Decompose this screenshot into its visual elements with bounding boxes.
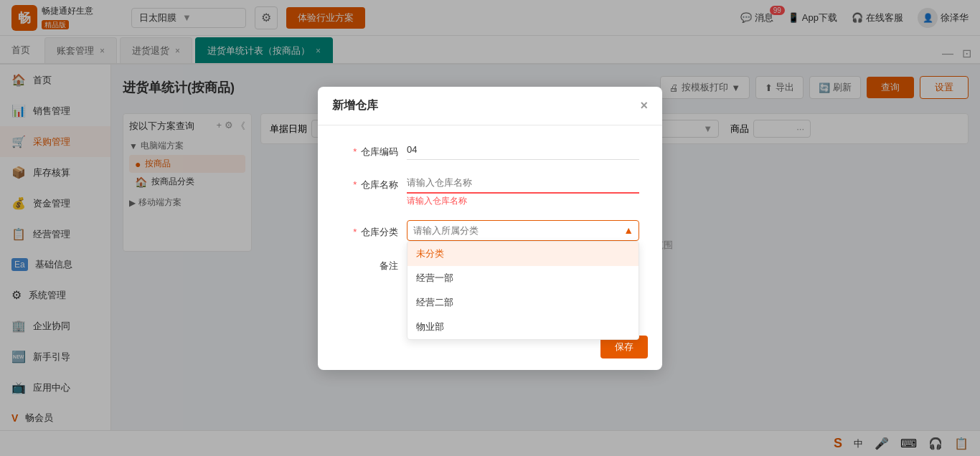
category-option-3[interactable]: 物业部: [407, 315, 639, 339]
code-input[interactable]: [407, 140, 639, 160]
name-input[interactable]: [407, 173, 639, 194]
name-label: * 仓库名称: [341, 173, 398, 191]
name-error-msg: 请输入仓库名称: [407, 195, 639, 207]
category-label-text: 仓库分类: [361, 227, 398, 237]
new-warehouse-dialog: 新增仓库 × * 仓库编码 * 仓库名称: [318, 87, 662, 370]
name-input-wrap: 请输入仓库名称: [407, 173, 639, 207]
note-label-text: 备注: [380, 260, 398, 271]
dialog-header: 新增仓库 ×: [318, 87, 662, 125]
category-label: * 仓库分类: [341, 220, 398, 239]
dialog-close-button[interactable]: ×: [640, 98, 648, 113]
category-input[interactable]: [407, 220, 639, 241]
code-required: *: [353, 146, 357, 157]
category-option-2[interactable]: 经营二部: [407, 290, 639, 315]
category-arrow: ▲: [623, 224, 633, 236]
category-option-1[interactable]: 经营一部: [407, 266, 639, 290]
category-select-wrap: ▲ 未分类 经营一部 经营二部 物业部: [407, 220, 639, 241]
dialog-overlay: 新增仓库 × * 仓库编码 * 仓库名称: [0, 0, 980, 456]
form-row-code: * 仓库编码: [341, 140, 639, 160]
category-option-0[interactable]: 未分类: [407, 242, 639, 266]
dialog-title: 新增仓库: [332, 98, 378, 113]
form-row-name: * 仓库名称 请输入仓库名称: [341, 173, 639, 207]
code-input-wrap: [407, 140, 639, 160]
dialog-body: * 仓库编码 * 仓库名称 请输入仓库名称: [318, 125, 662, 327]
code-label: * 仓库编码: [341, 140, 398, 158]
note-label: 备注: [341, 254, 398, 272]
category-required: *: [353, 227, 357, 237]
name-label-text: 仓库名称: [361, 179, 398, 190]
code-label-text: 仓库编码: [361, 146, 398, 157]
form-row-category: * 仓库分类 ▲ 未分类 经营一部 经营二部 物业部: [341, 220, 639, 241]
category-dropdown: 未分类 经营一部 经营二部 物业部: [407, 241, 639, 340]
name-required: *: [353, 179, 357, 190]
